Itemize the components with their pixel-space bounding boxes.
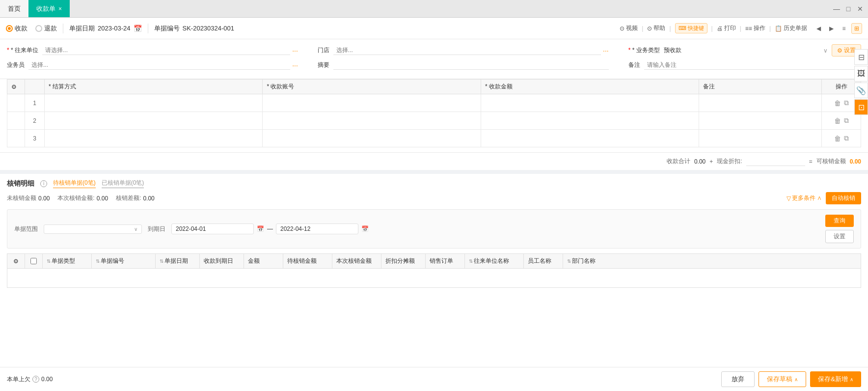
row-1-delete-icon[interactable]: 🗑: [834, 99, 841, 107]
tab-close-icon[interactable]: ×: [58, 5, 62, 12]
date-from-input[interactable]: [171, 223, 254, 234]
date-to-input[interactable]: [276, 223, 358, 234]
save-draft-arrow: ∧: [794, 377, 798, 382]
sidebar-table-icon[interactable]: ⊟: [854, 49, 868, 65]
select-all-checkbox[interactable]: [30, 258, 37, 264]
reconcile-table-settings-header[interactable]: ⚙: [7, 254, 25, 268]
tab-home[interactable]: 首页: [0, 0, 28, 17]
operation-tool[interactable]: ≡≡ 操作: [745, 24, 765, 32]
sidebar-attach-icon[interactable]: 📎: [854, 83, 868, 98]
shortcut-label: 快捷键: [688, 25, 704, 31]
sort-icon: ⇅: [96, 258, 100, 264]
counterpart-more-icon[interactable]: ···: [292, 47, 298, 55]
tab-receipt-label: 收款单: [36, 4, 55, 13]
staff-input[interactable]: [28, 60, 290, 70]
history-tool[interactable]: 📋 历史单据: [775, 24, 807, 32]
done-tab[interactable]: 已核销单据(0笔): [102, 179, 144, 188]
dept-name-header: ⇅ 部门名称: [563, 254, 602, 268]
row-2-settlement[interactable]: [45, 112, 263, 130]
row-2-delete-icon[interactable]: 🗑: [834, 117, 841, 125]
more-conditions-button[interactable]: ▽ 更多条件 ∧: [787, 194, 822, 202]
close-button[interactable]: ✕: [856, 5, 864, 13]
row-3-remark[interactable]: [699, 130, 822, 147]
shortcut-tool[interactable]: ⌨ 快捷键: [675, 23, 707, 33]
auto-reconcile-button[interactable]: 自动核销: [826, 192, 861, 204]
query-settings-button[interactable]: 设置: [825, 230, 854, 243]
row-3-copy-icon[interactable]: ⧉: [844, 134, 849, 142]
discount-input[interactable]: [746, 157, 805, 166]
available-label: 可核销金额: [816, 157, 846, 166]
radio-receipt[interactable]: 收款: [6, 24, 27, 33]
account-header: * 收款账号: [263, 80, 481, 94]
minimize-button[interactable]: —: [833, 5, 841, 13]
total-value: 0.00: [694, 158, 705, 165]
row-2-amount[interactable]: [481, 112, 699, 130]
help-tool[interactable]: ⊙ 帮助: [647, 24, 665, 32]
print-label: 打印: [724, 24, 736, 32]
row-1-amount[interactable]: [481, 94, 699, 112]
print-tool[interactable]: 🖨 打印: [717, 24, 736, 32]
date-to-calendar-icon[interactable]: 📅: [361, 225, 369, 232]
range-select[interactable]: ∨: [44, 224, 142, 234]
counterpart-input[interactable]: [42, 46, 290, 55]
more-conditions-label: 更多条件 ∧: [792, 194, 822, 202]
remark-input[interactable]: [644, 60, 861, 70]
sidebar-image-icon[interactable]: 🖼: [854, 66, 868, 82]
query-button[interactable]: 查询: [825, 215, 854, 227]
radio-refund[interactable]: 退款: [35, 24, 57, 33]
bottom-info-icon[interactable]: ?: [32, 376, 39, 383]
table-settings-header[interactable]: ⚙: [7, 80, 25, 94]
nav-icons: ◀ ▶ ≡ ⊞: [813, 23, 862, 34]
reconcile-info-icon[interactable]: i: [40, 180, 47, 187]
unpaid-amount-stat: 未核销金额 0.00: [7, 194, 50, 202]
row-1-copy-icon[interactable]: ⧉: [844, 99, 849, 107]
row-3-delete-icon[interactable]: 🗑: [834, 135, 841, 142]
grid-view-icon[interactable]: ⊞: [851, 23, 862, 34]
doc-num-group: 单据编号 SK-20230324-001: [154, 24, 235, 33]
maximize-button[interactable]: □: [844, 5, 852, 13]
calendar-icon[interactable]: 📅: [134, 25, 142, 32]
row-1-account[interactable]: [263, 94, 481, 112]
settlement-header: * 结算方式: [45, 80, 263, 94]
abandon-button[interactable]: 放弃: [721, 371, 755, 387]
row-1-remark[interactable]: [699, 94, 822, 112]
shortcut-icon: ⌨: [678, 25, 686, 31]
bottom-info-value: 0.00: [41, 376, 53, 383]
doc-type-header: ⇅ 单据类型: [43, 254, 92, 268]
row-2-copy-icon[interactable]: ⧉: [844, 116, 849, 125]
row-3-account[interactable]: [263, 130, 481, 147]
reconcile-table-checkbox-header[interactable]: [25, 254, 43, 268]
sort-icon: ⇅: [47, 258, 51, 264]
row-3-amount[interactable]: [481, 130, 699, 147]
video-tool[interactable]: ⊙ 视频: [620, 24, 638, 32]
nav-prev-icon[interactable]: ◀: [813, 23, 824, 34]
row-3-settlement[interactable]: [45, 130, 263, 147]
row-1-num: 1: [25, 94, 45, 112]
biz-type-chevron[interactable]: ∨: [823, 47, 828, 54]
row-2-account[interactable]: [263, 112, 481, 130]
staff-more-icon[interactable]: ···: [292, 61, 298, 69]
pending-tab[interactable]: 待核销单据(0笔): [53, 179, 96, 188]
list-view-icon[interactable]: ≡: [839, 23, 849, 34]
query-form: 单据范围 ∨ 到期日 📅 — 📅 查询 设置: [7, 209, 861, 249]
date-from-calendar-icon[interactable]: 📅: [257, 225, 264, 232]
save-draft-button[interactable]: 保存草稿 ∧: [759, 371, 806, 387]
store-input[interactable]: [333, 46, 601, 55]
tab-receipt[interactable]: 收款单 ×: [28, 0, 70, 17]
bottom-info: 本单上欠 ? 0.00: [7, 375, 53, 384]
remark-field: 备注: [628, 60, 861, 70]
toolbar-divider-1: [63, 24, 63, 33]
summary-input[interactable]: [333, 60, 609, 70]
filter-actions: ▽ 更多条件 ∧ 自动核销: [787, 192, 861, 204]
doc-date-header: ⇅ 单据日期: [156, 254, 200, 268]
amount-header: * 收款金额: [481, 80, 699, 94]
row-1-settlement[interactable]: [45, 94, 263, 112]
sidebar-scan-icon[interactable]: ⊡: [854, 99, 868, 115]
remark-label: 备注: [628, 61, 640, 69]
staff-label: 业务员: [7, 61, 25, 69]
nav-next-icon[interactable]: ▶: [826, 23, 837, 34]
save-new-button[interactable]: 保存&新增 ∧: [810, 371, 861, 387]
row-2-remark[interactable]: [699, 112, 822, 130]
store-more-icon[interactable]: ···: [603, 47, 609, 55]
bottom-info-label: 本单上欠: [7, 375, 30, 384]
